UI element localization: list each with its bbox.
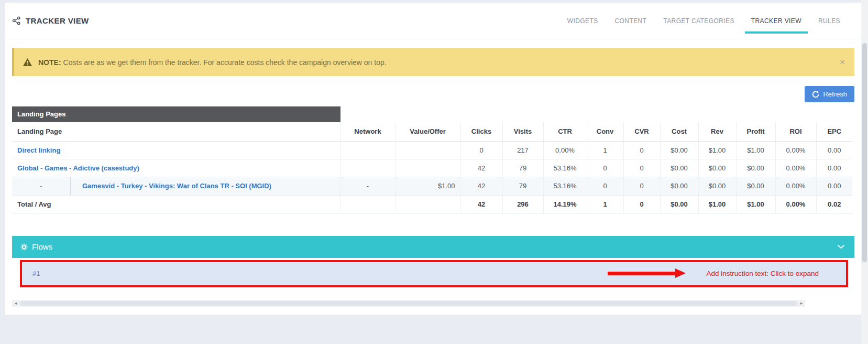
col-landing-page: Landing Page [12,122,340,141]
total-label: Total / Avg [12,195,340,213]
close-icon[interactable]: × [840,58,845,67]
subrow-dash: - [12,177,71,195]
col-rev: Rev [698,122,736,141]
cell-cvr: 0 [623,177,660,195]
cell-cvr: 0 [623,159,660,177]
cell-profit: $1.00 [736,195,775,213]
cell-epc: 0.00 [816,159,852,177]
scroll-right-arrow-icon[interactable]: ▸ [798,300,805,307]
cell-clicks: 42 [460,177,502,195]
landing-page-link[interactable]: Global - Games - Adictive (casestudy) [17,164,139,172]
table-row: Direct linking 0 217 0.00% 1 0 $0.00 $1.… [12,141,852,159]
share-icon [12,16,21,25]
flow-label: #1 [22,270,40,277]
flows-header[interactable]: Flows [12,236,854,258]
tab-tracker-view[interactable]: TRACKER VIEW [751,17,801,25]
cell-roi: 0.00% [775,141,816,159]
cell-profit: $0.00 [736,159,775,177]
refresh-icon [812,91,819,98]
annotation-arrow [608,272,676,275]
note-label: NOTE: [38,58,61,67]
vertical-scrollbar-thumb[interactable] [862,43,867,262]
scroll-left-arrow-icon[interactable]: ◂ [12,300,19,307]
landing-page-link[interactable]: Direct linking [17,146,60,154]
table-row: Global - Games - Adictive (casestudy) 42… [12,159,852,177]
col-clicks: Clicks [460,122,502,141]
landing-pages-caption: Landing Pages [12,106,340,122]
col-roi: ROI [775,122,816,141]
cell-profit: $1.00 [736,141,775,159]
tab-target-categories[interactable]: TARGET CATEGORIES [663,17,734,25]
cell-ctr: 0.00% [543,141,587,159]
cell-epc: 0.00 [816,141,852,159]
col-visits: Visits [502,122,543,141]
chevron-down-icon[interactable] [837,244,845,249]
flows-title: Flows [32,242,52,251]
cell-ctr: 53.16% [543,159,587,177]
cell-visits: 217 [502,141,543,159]
table-total-row: Total / Avg 42 296 14.19% 1 0 $0.00 $1.0… [12,195,852,213]
main-card: TRACKER VIEW WIDGETS CONTENT TARGET CATE… [5,3,861,315]
cell-conv: 1 [587,195,623,213]
cell-cvr: 0 [623,141,660,159]
cell-network [340,159,395,177]
col-conv: Conv [587,122,623,141]
cell-ctr: 14.19% [543,195,587,213]
cell-visits: 79 [502,159,543,177]
cell-network [340,195,395,213]
top-bar: TRACKER VIEW WIDGETS CONTENT TARGET CATE… [5,3,861,39]
cell-cvr: 0 [623,195,660,213]
col-profit: Profit [736,122,775,141]
cell-rev: $1.00 [698,141,736,159]
cell-cost: $0.00 [660,195,698,213]
cell-cost: $0.00 [660,177,698,195]
offer-link[interactable]: Gamesvid - Turkey - Vikings: War of Clan… [71,177,271,195]
cell-conv: 0 [587,159,623,177]
cell-value-offer [395,141,460,159]
cell-value-offer: $1.00 [395,177,460,195]
warning-icon [23,58,32,67]
gear-icon [20,243,28,251]
col-ctr: CTR [543,122,587,141]
cell-clicks: 42 [460,195,502,213]
cell-visits: 79 [502,177,543,195]
note-banner: NOTE:Costs are as we get them from the t… [12,48,854,76]
nav-tabs: WIDGETS CONTENT TARGET CATEGORIES TRACKE… [567,17,840,25]
cell-roi: 0.00% [775,177,816,195]
col-cvr: CVR [623,122,660,141]
tab-content[interactable]: CONTENT [615,17,647,25]
table-subrow: - Gamesvid - Turkey - Vikings: War of Cl… [12,177,852,195]
cell-cost: $0.00 [660,159,698,177]
cell-conv: 1 [587,141,623,159]
col-value-offer: Value/Offer [395,122,460,141]
cell-value-offer [395,159,460,177]
cell-clicks: 0 [460,141,502,159]
horizontal-scrollbar-thumb[interactable] [20,301,797,306]
table-header-row: Landing Page Network Value/Offer Clicks … [12,122,852,141]
cell-roi: 0.00% [775,159,816,177]
cell-conv: 0 [587,177,623,195]
cell-ctr: 53.16% [543,177,587,195]
cell-visits: 296 [502,195,543,213]
annotation-highlight-box: #1 Add instruction text: Click to expand [20,260,848,287]
flows-body: #1 Add instruction text: Click to expand [12,258,854,294]
annotation-text: Add instruction text: Click to expand [706,270,819,277]
cell-value-offer [395,195,460,213]
cell-network [340,141,395,159]
cell-rev: $0.00 [698,177,736,195]
vertical-scrollbar[interactable] [861,0,868,344]
tab-widgets[interactable]: WIDGETS [567,17,598,25]
note-text: NOTE:Costs are as we get them from the t… [38,58,387,67]
col-cost: Cost [660,122,698,141]
refresh-button[interactable]: Refresh [805,86,854,102]
cell-profit: $0.00 [736,177,775,195]
cell-roi: 0.00% [775,195,816,213]
landing-pages-table: Landing Page Network Value/Offer Clicks … [12,122,852,213]
col-epc: EPC [816,122,852,141]
page-title: TRACKER VIEW [26,16,89,25]
flow-row[interactable]: #1 Add instruction text: Click to expand [22,262,846,285]
cell-clicks: 42 [460,159,502,177]
col-network: Network [340,122,395,141]
horizontal-scrollbar[interactable]: ◂ ▸ [12,300,805,307]
tab-rules[interactable]: RULES [818,17,840,25]
